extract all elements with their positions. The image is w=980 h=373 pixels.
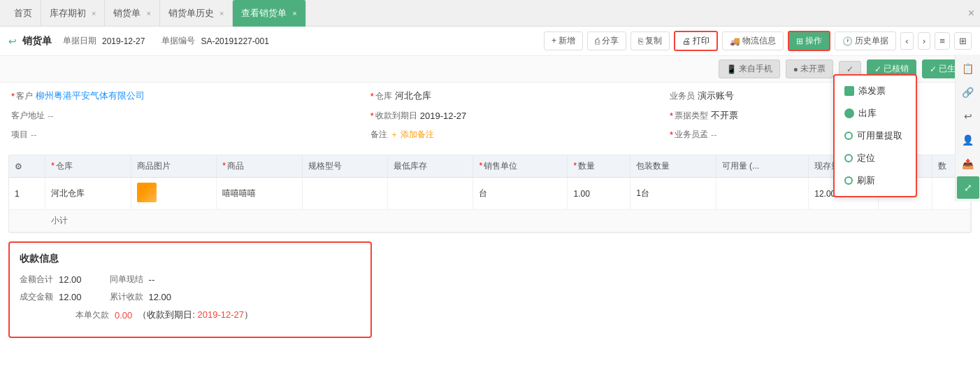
dropdown-item-outbound[interactable]: 出库 xyxy=(835,102,916,125)
tab-view-sales[interactable]: 查看销货单 × xyxy=(233,0,305,27)
cum-payment-item: 累计收款 12.00 xyxy=(110,291,172,303)
th-min-stock: 最低库存 xyxy=(388,155,473,178)
tab-close-sales-order[interactable]: × xyxy=(146,9,150,17)
row-no: 1 xyxy=(9,178,45,210)
warehouse-value: 河北仓库 xyxy=(395,90,431,102)
warehouse-field: * 仓库 河北仓库 xyxy=(370,90,670,102)
logistics-button[interactable]: 🚚 物流信息 xyxy=(722,31,784,50)
nav-prev-button[interactable]: ‹ xyxy=(900,32,913,50)
new-button[interactable]: + 新增 xyxy=(544,31,583,50)
dropdown-item-locate[interactable]: 定位 xyxy=(835,147,916,169)
dropdown-item-invoice[interactable]: 添发票 xyxy=(835,80,916,102)
amount-label: 金额合计 xyxy=(20,274,53,286)
grid-icon: ⊞ xyxy=(796,36,803,46)
tab-home[interactable]: 首页 xyxy=(6,0,41,27)
payment-date-value: 2019-12-27 xyxy=(420,111,467,121)
share-button[interactable]: ⎙ 分享 xyxy=(587,31,626,50)
truck-icon: 🚚 xyxy=(730,36,740,46)
date-label: 单据日期 xyxy=(63,35,96,47)
right-icon-0[interactable]: 📋 xyxy=(957,57,979,80)
history-icon: 🕐 xyxy=(842,36,853,46)
operation-button[interactable]: ⊞ 操作 xyxy=(788,31,830,51)
date-value: 2019-12-27 xyxy=(102,36,145,46)
dropdown-item-avail[interactable]: 可用量提取 xyxy=(835,125,916,147)
payment-date-field: * 收款到期日 2019-12-27 xyxy=(370,110,670,122)
copy-button[interactable]: ⎘ 复制 xyxy=(630,31,670,50)
right-icon-3[interactable]: 👤 xyxy=(957,129,979,151)
row-unit: 台 xyxy=(473,178,568,210)
doc-type-label: 销货单 xyxy=(22,35,52,48)
same-order-value: -- xyxy=(149,274,155,285)
row-min-stock xyxy=(388,178,473,210)
salesperson-value: -- xyxy=(711,129,717,140)
circle-outline-refresh xyxy=(844,176,853,185)
th-image: 商品图片 xyxy=(131,155,216,178)
salesperson-field: * 业务员孟 -- xyxy=(670,129,969,141)
th-warehouse: *仓库 xyxy=(45,155,131,178)
share-icon: ⎙ xyxy=(595,36,600,46)
cum-label: 累计收款 xyxy=(110,291,143,303)
dropdown-item-refresh[interactable]: 刷新 xyxy=(835,169,916,192)
right-icon-1[interactable]: 🔗 xyxy=(957,81,979,104)
tab-close-inventory-init[interactable]: × xyxy=(92,9,96,17)
due-note: （收款到期日: 2019-12-27） xyxy=(138,309,253,321)
project-field: 项目 -- xyxy=(11,129,370,141)
view-list-button[interactable]: ≡ xyxy=(935,32,950,50)
row-pack-qty: 1台 xyxy=(630,178,716,210)
subtotal-row: 小计 xyxy=(9,210,971,232)
cum-value: 12.00 xyxy=(149,292,172,302)
amount-total-item: 金额合计 12.00 xyxy=(20,274,82,286)
toolbar-actions: + 新增 ⎙ 分享 ⎘ 复制 🖨 打印 🚚 物流信息 xyxy=(544,31,972,51)
trade-label: 成交金额 xyxy=(20,291,53,303)
add-note-button[interactable]: ＋ 添加备注 xyxy=(390,129,434,141)
status-invoice-btn[interactable]: ● 未开票 xyxy=(786,59,833,78)
history-button[interactable]: 🕐 历史单据 xyxy=(835,31,896,50)
due-label: 本单欠款 xyxy=(75,309,109,321)
trade-value: 12.00 xyxy=(59,292,82,302)
customer-value[interactable]: 柳州粤港平安气体有限公司 xyxy=(36,90,145,102)
due-date: 2019-12-27 xyxy=(198,309,245,320)
table-scroll[interactable]: ⚙ *仓库 商品图片 *商品 规格型号 最低库存 *销售单位 *数量 包装数量 … xyxy=(9,155,971,232)
print-button[interactable]: 🖨 打印 xyxy=(674,31,718,51)
circle-outline-avail xyxy=(844,132,853,140)
tab-sales-history[interactable]: 销货单历史 × xyxy=(160,0,233,27)
nav-next-button[interactable]: › xyxy=(918,32,930,50)
note-field: 备注 ＋ 添加备注 xyxy=(370,129,670,141)
due-amount-item: 本单欠款 0.00 （收款到期日: 2019-12-27） xyxy=(75,309,253,321)
doc-icon: ↩ xyxy=(8,36,17,47)
project-value: -- xyxy=(31,129,37,140)
status-phone-btn[interactable]: 📱 来自手机 xyxy=(719,59,780,78)
bottom-panel: 收款信息 金额合计 12.00 同单现结 -- 成交金额 12.00 累计收款 xyxy=(8,241,372,338)
ticket-value: 不开票 xyxy=(711,109,738,122)
right-icon-4[interactable]: 📤 xyxy=(957,153,979,175)
circle-outline-locate xyxy=(844,154,853,162)
tab-sales-order[interactable]: 销货单 × xyxy=(105,0,159,27)
view-grid-button[interactable]: ⊞ xyxy=(954,32,972,50)
close-all-tabs[interactable]: × xyxy=(968,7,974,20)
tab-inventory-init[interactable]: 库存期初 × xyxy=(41,0,105,27)
panel-row-3: 本单欠款 0.00 （收款到期日: 2019-12-27） xyxy=(20,309,361,321)
tab-close-view-sales[interactable]: × xyxy=(292,9,296,17)
row-warehouse: 河北仓库 xyxy=(45,178,131,210)
main-area: ↩ 销货单 单据日期 2019-12-27 单据编号 SA-20191227-0… xyxy=(0,27,980,373)
staff-value: 演示账号 xyxy=(698,90,734,102)
row-img xyxy=(131,178,216,210)
th-product: *商品 xyxy=(217,155,302,178)
product-image xyxy=(137,183,157,202)
right-icon-2[interactable]: ↩ xyxy=(957,105,979,127)
form-row-1: * 客户 柳州粤港平安气体有限公司 * 仓库 河北仓库 业务员 演示账号 xyxy=(11,90,969,102)
th-avail: 可用量 (... xyxy=(716,155,809,178)
right-icon-5[interactable]: ⤢ xyxy=(957,176,979,199)
due-value: 0.00 xyxy=(115,310,132,321)
same-order-item: 同单现结 -- xyxy=(110,274,155,286)
th-settings[interactable]: ⚙ xyxy=(9,155,45,178)
subtotal-label: 小计 xyxy=(9,210,971,232)
staff-field: 业务员 演示账号 xyxy=(670,90,969,102)
address-field: 客户地址 -- xyxy=(11,110,370,122)
th-qty: *数量 xyxy=(568,155,630,178)
table-row: 1 河北仓库 嘻嘻嘻嘻 台 1.00 1台 12 xyxy=(9,178,971,210)
th-unit: *销售单位 xyxy=(473,155,568,178)
check-icon: ✓ xyxy=(846,64,853,74)
tab-close-sales-history[interactable]: × xyxy=(219,9,224,17)
table-header-row: ⚙ *仓库 商品图片 *商品 规格型号 最低库存 *销售单位 *数量 包装数量 … xyxy=(9,155,971,178)
